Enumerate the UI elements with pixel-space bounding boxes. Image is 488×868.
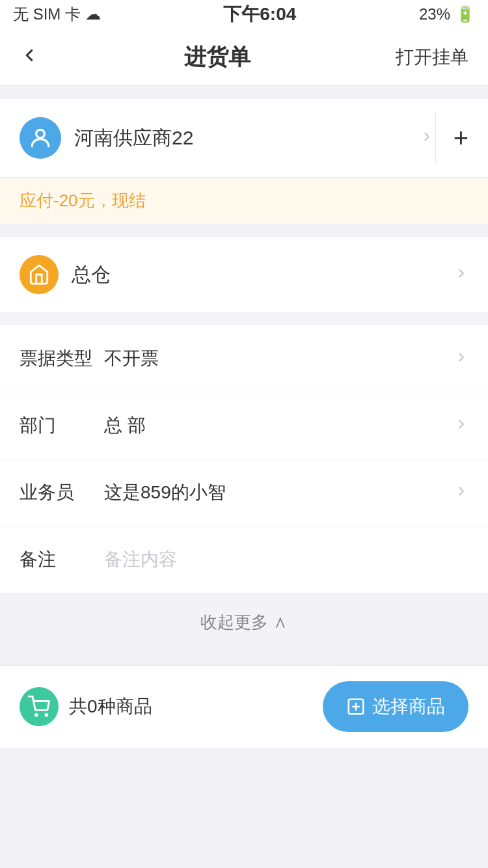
dept-label: 部门 [20,413,104,438]
warehouse-section: 总仓 [0,237,488,312]
supplier-section: 河南供应商22 + 应付-20元，现结 [0,99,488,224]
dept-value: 总 部 [104,413,454,438]
product-count-text: 共0种商品 [69,694,152,719]
page-title: 进货单 [184,42,251,72]
signal-text: 无 SIM 卡 ☁ [13,4,101,25]
open-pending-button[interactable]: 打开挂单 [396,45,468,70]
supplier-row[interactable]: 河南供应商22 + [0,99,488,178]
sales-label: 业务员 [20,480,104,505]
battery-icon: 🔋 [455,5,475,23]
invoice-chevron-icon [454,348,468,369]
warehouse-name: 总仓 [72,262,454,288]
gap-2 [0,224,488,237]
bottom-bar: 共0种商品 选择商品 [0,665,488,748]
select-product-button[interactable]: 选择商品 [323,681,468,732]
supplier-name: 河南供应商22 [74,125,420,152]
content-area [0,748,488,868]
supplier-avatar [20,117,61,159]
add-supplier-button[interactable]: + [454,125,468,151]
sales-value: 这是859的小智 [104,480,454,505]
sales-row[interactable]: 业务员 这是859的小智 [0,459,488,526]
invoice-value: 不开票 [104,346,454,371]
collapse-button[interactable]: 收起更多 ∧ [0,593,488,652]
status-bar: 无 SIM 卡 ☁ 下午6:04 23% 🔋 [0,0,488,29]
dept-chevron-icon [454,415,468,436]
remark-input[interactable]: 备注内容 [104,547,468,572]
notice-bar: 应付-20元，现结 [0,178,488,224]
status-right: 23% 🔋 [419,5,475,23]
sales-chevron-icon [454,482,468,503]
remark-label: 备注 [20,547,104,572]
remark-row[interactable]: 备注 备注内容 [0,526,488,593]
invoice-row[interactable]: 票据类型 不开票 [0,325,488,392]
product-icon [20,687,59,726]
product-count-area: 共0种商品 [20,687,152,726]
department-row[interactable]: 部门 总 部 [0,392,488,459]
battery-text: 23% [419,5,450,23]
invoice-label: 票据类型 [20,346,104,371]
back-button[interactable] [20,44,39,71]
svg-point-0 [36,129,45,138]
select-product-icon [346,697,366,716]
gap-4 [0,652,488,665]
form-section: 票据类型 不开票 部门 总 部 业务员 这是859的小智 备注 备注内容 [0,325,488,593]
svg-point-1 [35,714,37,716]
status-left: 无 SIM 卡 ☁ [13,4,101,25]
gap-1 [0,86,488,99]
status-time: 下午6:04 [223,2,296,27]
warehouse-row[interactable]: 总仓 [0,237,488,312]
select-product-label: 选择商品 [372,694,445,719]
supplier-chevron-icon [420,128,434,148]
warehouse-icon [20,255,59,294]
gap-3 [0,312,488,325]
nav-bar: 进货单 打开挂单 [0,29,488,86]
warehouse-chevron-icon [454,264,468,285]
supplier-divider [435,112,436,164]
svg-point-2 [46,714,47,716]
